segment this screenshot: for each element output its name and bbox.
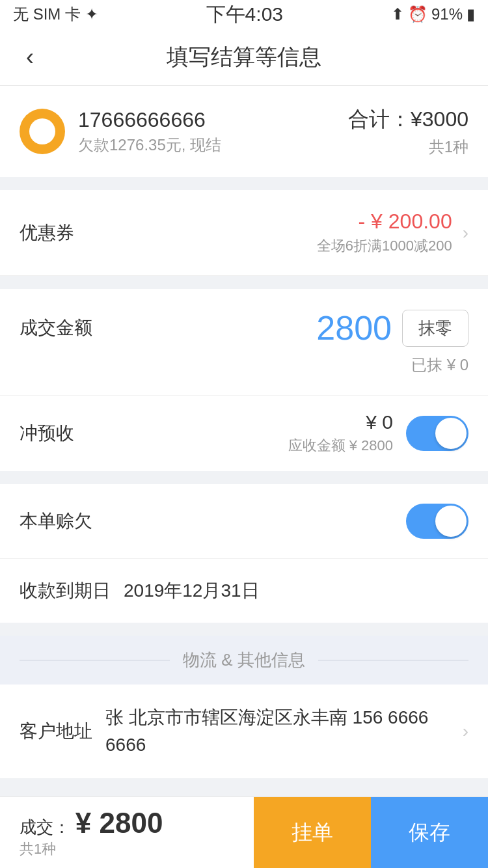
bottom-deal-label: 成交： <box>20 817 70 837</box>
chong-right: ¥ 0 应收金额 ¥ 2800 <box>288 411 468 455</box>
bottom-summary: 成交： ¥ 2800 共1种 <box>0 807 254 859</box>
deal-amount-row: 成交金额 2800 抹零 <box>20 308 468 347</box>
divider-1 <box>0 177 488 190</box>
save-button[interactable]: 保存 <box>371 797 488 868</box>
chevron-right-icon: › <box>463 223 468 243</box>
sim-label: 无 SIM 卡 ✦ <box>13 4 98 25</box>
customer-card: 17666666666 欠款1276.35元, 现结 合计：¥3000 共1种 <box>0 86 488 177</box>
avatar-icon <box>29 118 55 144</box>
customer-right: 合计：¥3000 共1种 <box>348 105 468 157</box>
main-content: 17666666666 欠款1276.35元, 现结 合计：¥3000 共1种 … <box>0 86 488 868</box>
nav-bar: ‹ 填写结算等信息 <box>0 29 488 86</box>
due-date-row: 收款到期日 2019年12月31日 <box>0 558 488 623</box>
status-bar: 无 SIM 卡 ✦ 下午4:03 ⬆ ⏰ 91% ▮ <box>0 0 488 29</box>
bendan-row: 本单赊欠 <box>0 484 488 558</box>
total-amount: 合计：¥3000 <box>348 105 468 134</box>
battery-level: 91% <box>431 5 463 23</box>
page-title: 填写结算等信息 <box>167 42 321 72</box>
coupon-value: - ¥ 200.00 全场6折满1000减200 <box>317 210 452 256</box>
section-title-text: 物流 & 其他信息 <box>183 649 305 671</box>
deal-sub-text: 已抹 ¥ 0 <box>411 356 468 373</box>
chong-prereceive-row: 冲预收 ¥ 0 应收金额 ¥ 2800 <box>0 395 488 471</box>
chong-receivable: 应收金额 ¥ 2800 <box>288 436 393 455</box>
deal-amount-label: 成交金额 <box>20 316 92 340</box>
bottom-deal-row: 成交： ¥ 2800 <box>20 807 234 839</box>
bendan-toggle-knob <box>435 506 467 537</box>
back-button[interactable]: ‹ <box>20 37 40 77</box>
due-date-value: 2019年12月31日 <box>124 578 260 603</box>
toggle-knob <box>435 418 467 449</box>
coupon-desc: 全场6折满1000减200 <box>317 236 452 256</box>
deal-amount-value: 2800 <box>316 308 392 347</box>
bottom-deal-amount: ¥ 2800 <box>75 807 163 839</box>
customer-left: 17666666666 欠款1276.35元, 现结 <box>20 108 221 156</box>
customer-note: 欠款1276.35元, 现结 <box>78 135 221 156</box>
address-value: 张 北京市市辖区海淀区永丰南 156 6666 6666 <box>105 704 463 759</box>
bendan-label: 本单赊欠 <box>20 509 92 534</box>
chong-label: 冲预收 <box>20 421 74 446</box>
customer-info: 17666666666 欠款1276.35元, 现结 <box>78 108 221 156</box>
chong-value-block: ¥ 0 应收金额 ¥ 2800 <box>288 411 393 455</box>
title-line-right <box>318 660 468 660</box>
divider-4 <box>0 623 488 636</box>
chong-toggle[interactable] <box>406 416 468 451</box>
coupon-discount: - ¥ 200.00 <box>317 210 452 234</box>
chong-amount: ¥ 0 <box>288 411 393 433</box>
status-time: 下午4:03 <box>206 1 283 28</box>
coupon-row[interactable]: 优惠券 - ¥ 200.00 全场6折满1000减200 › <box>0 190 488 276</box>
total-count: 共1种 <box>348 137 468 157</box>
location-icon: ⬆ <box>391 5 404 23</box>
coupon-label: 优惠券 <box>20 221 74 245</box>
bottom-actions: 挂单 保存 <box>254 797 488 868</box>
customer-row: 17666666666 欠款1276.35元, 现结 合计：¥3000 共1种 <box>20 105 468 157</box>
status-left: 无 SIM 卡 ✦ <box>13 4 98 25</box>
divider-3 <box>0 471 488 484</box>
bottom-bar: 成交： ¥ 2800 共1种 挂单 保存 <box>0 796 488 868</box>
bottom-deal-count: 共1种 <box>20 839 234 859</box>
address-label: 客户地址 <box>20 719 92 744</box>
round-zero-button[interactable]: 抹零 <box>402 310 468 347</box>
deal-amount-right: 2800 抹零 <box>316 308 468 347</box>
title-line-left <box>20 660 170 660</box>
due-date-label: 收款到期日 <box>20 578 111 603</box>
section-title-bar: 物流 & 其他信息 <box>0 636 488 685</box>
hold-order-button[interactable]: 挂单 <box>254 797 371 868</box>
alarm-icon: ⏰ <box>408 5 427 23</box>
bendan-toggle[interactable] <box>406 504 468 539</box>
coupon-right: - ¥ 200.00 全场6折满1000减200 › <box>317 210 468 256</box>
deal-amount-section: 成交金额 2800 抹零 已抹 ¥ 0 <box>0 289 488 395</box>
avatar <box>20 109 65 154</box>
divider-2 <box>0 276 488 289</box>
address-chevron-icon: › <box>463 721 468 742</box>
battery-icon: ▮ <box>467 5 475 23</box>
customer-phone: 17666666666 <box>78 108 221 132</box>
address-row[interactable]: 客户地址 张 北京市市辖区海淀区永丰南 156 6666 6666 › <box>0 685 488 778</box>
status-right: ⬆ ⏰ 91% ▮ <box>391 5 475 23</box>
